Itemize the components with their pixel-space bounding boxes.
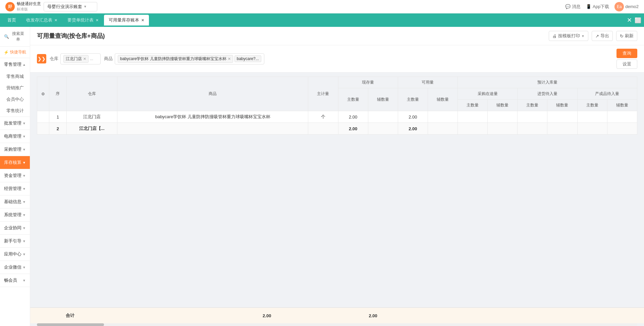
th-available-aux: 辅数量 [428,88,458,111]
chevron-down-icon: ▼ [22,174,26,178]
th-settings: ⚙ [37,77,49,111]
product-filter-input[interactable]: babycare学饮杯 儿童防摔防撞吸管杯重力球吸嘴杯宝宝水杯 ✕ babyca… [115,53,264,64]
product-tag-1: babycare学饮杯 儿童防摔防撞吸管杯重力球吸嘴杯宝宝水杯 ✕ [118,55,233,63]
chevron-down-icon: ▼ [581,34,585,38]
close-tab-receive-summary[interactable]: ✕ [54,18,57,22]
th-pt-aux: 辅数量 [488,100,518,111]
filter-toggle-btn[interactable]: ❯❯ [37,54,46,63]
th-current-aux: 辅数量 [368,88,398,111]
sidebar-section-appcenter-header[interactable]: 应用中心 ▼ [0,248,30,261]
th-available: 可用量 [398,77,458,88]
warehouse-more-btn[interactable]: ... [90,56,93,61]
th-product: 商品 [117,77,308,111]
sidebar-section-wechat-header[interactable]: 企业微信 ▼ [0,261,30,274]
industry-selector[interactable]: 母婴行业演示账套 ▼ [44,2,97,11]
row2-current-main: 2.00 [338,123,368,135]
search-menu-btn[interactable]: 🔍 搜索菜单 [3,30,27,44]
chevron-up-icon: ▲ [22,63,26,66]
horizontal-scrollbar[interactable] [37,323,637,326]
close-tab-order-stats[interactable]: ✕ [96,18,99,22]
tab-available-stock[interactable]: 可用量库存账本 ✕ [104,15,149,26]
content-area: 可用量查询(按仓库+商品) 🖨 按模板打印 ▼ ↗ 导出 ↻ 刷新 ❯❯ [30,27,644,326]
search-icon: 🔍 [4,34,9,39]
row2-pt-main [458,123,488,135]
message-btn[interactable]: 💬 消息 [565,4,581,10]
sidebar-item-retail-stats[interactable]: 零售统计 [0,105,30,117]
table-footer: 合计 2.00 2.00 [30,307,644,323]
nav-icon: ⚡ [4,50,9,55]
sidebar-section-system: 系统管理 ▼ [0,208,30,222]
row2-warehouse: 江北门店【... [66,123,117,135]
row2-current-aux [368,123,398,135]
tab-bar: 首页 收发存汇总表 ✕ 要货单统计表 ✕ 可用量库存账本 ✕ ✕ ⬜ [0,13,644,27]
sidebar-item-member-center[interactable]: 会员中心 [0,94,30,105]
print-btn[interactable]: 🖨 按模板打印 ▼ [549,31,588,41]
chevron-down-icon: ▼ [22,226,26,230]
export-btn[interactable]: ↗ 导出 [592,31,613,41]
close-tab-available-stock[interactable]: ✕ [141,18,144,22]
sidebar-section-finance: 资金管理 ▼ [0,169,30,182]
query-button[interactable]: 查询 [616,49,637,58]
sidebar-section-operations-header[interactable]: 经营管理 ▼ [0,182,30,195]
footer-label: 合计 [62,311,103,321]
sidebar-item-retail-mall[interactable]: 零售商城 [0,71,30,82]
chevron-down-icon: ▼ [22,148,26,151]
row2-unit [308,123,338,135]
row2-inc-aux [547,123,577,135]
tab-order-stats[interactable]: 要货单统计表 ✕ [63,15,103,26]
logo-subtext: 标准版 [17,7,41,12]
sidebar-section-member-header[interactable]: 畅会员 ▼ [0,274,30,287]
sidebar: 🔍 搜索菜单 ⚡ 快捷导航 零售管理 ▲ 零售商城 营销推广 会员中心 零售统计 [0,27,30,326]
row1-pt-aux [488,111,518,123]
sidebar-section-enterprise-header[interactable]: 企业协同 ▼ [0,222,30,234]
settings-button[interactable]: 设置 [616,59,637,69]
warehouse-filter-input[interactable]: 江北门店 ✕ ... [60,53,101,64]
app-download-btn[interactable]: 📱 App下载 [586,4,609,10]
refresh-btn[interactable]: ↻ 刷新 [616,31,637,41]
th-no: 序 [49,77,67,111]
user-menu[interactable]: Ea demo2 [614,2,639,11]
sidebar-section-newuser-header[interactable]: 新手引导 ▼ [0,235,30,247]
sidebar-section-basics: 基础信息 ▼ [0,195,30,208]
sidebar-section-wholesale: 批发管理 ▼ [0,117,30,130]
sidebar-section-inventory-header[interactable]: 库存核算 ▼ [0,156,30,169]
maximize-icon[interactable]: ⬜ [635,17,641,24]
chevron-down-icon: ▼ [22,213,26,217]
th-planned-in: 预计入库量 [458,77,637,88]
th-available-main: 主数量 [398,88,428,111]
close-window-icon[interactable]: ✕ [627,16,632,24]
sidebar-section-wechat: 企业微信 ▼ [0,261,30,274]
chevron-down-icon: ▼ [84,5,87,8]
sidebar-section-wholesale-header[interactable]: 批发管理 ▼ [0,117,30,130]
chevron-down-icon: ▼ [22,239,26,243]
quick-nav-btn[interactable]: ⚡ 快捷导航 [0,47,30,58]
sidebar-item-marketing[interactable]: 营销推广 [0,82,30,94]
chevron-down-icon: ▼ [22,122,26,125]
sidebar-section-ecommerce-header[interactable]: 电商管理 ▼ [0,130,30,143]
row1-pt-main [458,111,488,123]
chevron-down-icon: ▼ [22,279,26,282]
sidebar-section-retail-header[interactable]: 零售管理 ▲ [0,58,30,71]
chevron-down-icon: ▼ [22,187,26,191]
top-bar: 好 畅捷通好生意 标准版 母婴行业演示账套 ▼ 💬 消息 📱 App下载 Ea … [0,0,644,13]
logo-text: 畅捷通好生意 [17,1,41,7]
product-filter-label: 商品 [104,56,113,62]
sidebar-section-system-header[interactable]: 系统管理 ▼ [0,208,30,221]
sidebar-section-basics-header[interactable]: 基础信息 ▼ [0,195,30,208]
tab-home[interactable]: 首页 [3,15,21,26]
data-table: ⚙ 序 仓库 商品 主计量 现存量 可用量 预计入库量 主数量 辅数量 主数量 … [37,77,637,135]
main-layout: 🔍 搜索菜单 ⚡ 快捷导航 零售管理 ▲ 零售商城 营销推广 会员中心 零售统计 [0,27,644,326]
tab-receive-summary[interactable]: 收发存汇总表 ✕ [21,15,62,26]
row1-product: babycare学饮杯 儿童防摔防撞吸管杯重力球吸嘴杯宝宝水杯 [117,111,308,123]
scrollbar-thumb[interactable] [37,323,104,326]
sidebar-section-finance-header[interactable]: 资金管理 ▼ [0,169,30,182]
refresh-icon: ↻ [620,34,624,39]
table-row: 1 江北门店 babycare学饮杯 儿童防摔防撞吸管杯重力球吸嘴杯宝宝水杯 个… [37,111,637,123]
row2-available-main: 2.00 [398,123,428,135]
sidebar-section-purchase-header[interactable]: 采购管理 ▼ [0,143,30,156]
chevron-down-icon: ▼ [22,200,26,204]
page-header: 可用量查询(按仓库+商品) 🖨 按模板打印 ▼ ↗ 导出 ↻ 刷新 [30,27,644,45]
th-current-stock: 现存量 [338,77,398,88]
remove-warehouse-tag[interactable]: ✕ [83,57,86,61]
remove-product-tag-1[interactable]: ✕ [228,57,231,61]
